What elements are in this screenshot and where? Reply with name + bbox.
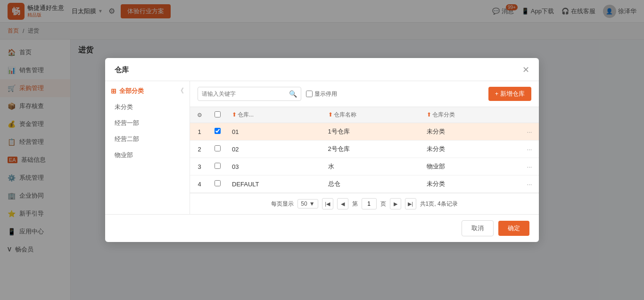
row-actions[interactable]: ··· xyxy=(520,123,539,141)
table-row[interactable]: 2 02 2号仓库 未分类 ··· xyxy=(190,141,539,158)
modal-title: 仓库 xyxy=(115,66,129,75)
row-name: 2号仓库 xyxy=(322,141,421,158)
category-item-dept1[interactable]: 经营一部 xyxy=(105,115,190,131)
modal-overlay: 仓库 ✕ ⊞ 全部分类 《 未分类 经营一部 经营二部 物业部 xyxy=(0,0,644,300)
row-category: 物业部 xyxy=(421,158,520,175)
per-page-arrow-icon: ▼ xyxy=(309,200,315,207)
show-disabled-checkbox[interactable] xyxy=(306,91,313,97)
category-item-unclassified[interactable]: 未分类 xyxy=(105,99,190,115)
col-category: ⬆仓库分类 xyxy=(421,107,520,123)
search-box[interactable]: 🔍 xyxy=(198,87,301,101)
sort-icon3: ⬆ xyxy=(427,111,431,118)
category-header: ⊞ 全部分类 《 xyxy=(105,87,190,99)
row-index: 3 xyxy=(190,158,209,175)
warehouse-table: ⚙ ⬆仓库... ⬆仓库名称 ⬆仓库分类 1 01 1号仓库 未分类 ··· xyxy=(190,107,539,193)
row-name: 1号仓库 xyxy=(322,123,421,141)
category-panel: ⊞ 全部分类 《 未分类 经营一部 经营二部 物业部 xyxy=(105,81,190,214)
prev-page-button[interactable]: ◀ xyxy=(337,198,348,209)
grid-icon: ⊞ xyxy=(111,87,116,95)
content-toolbar: 🔍 显示停用 + 新增仓库 xyxy=(190,81,539,107)
row-index: 2 xyxy=(190,141,209,158)
category-item-property[interactable]: 物业部 xyxy=(105,147,190,163)
collapse-icon[interactable]: 《 xyxy=(177,87,184,95)
more-actions-icon[interactable]: ··· xyxy=(527,163,532,170)
row-checkbox[interactable] xyxy=(209,141,226,158)
table-row[interactable]: 4 DEFAULT 总仓 未分类 ··· xyxy=(190,175,539,193)
pagination: 每页显示 50 ▼ |◀ ◀ 第 页 ▶ ▶| 共1页, 4条记录 xyxy=(190,193,539,214)
row-select-checkbox[interactable] xyxy=(215,163,221,169)
row-code: 03 xyxy=(226,158,322,175)
row-index: 1 xyxy=(190,123,209,141)
col-name: ⬆仓库名称 xyxy=(322,107,421,123)
row-category: 未分类 xyxy=(421,141,520,158)
first-page-button[interactable]: |◀ xyxy=(322,198,333,209)
sort-icon2: ⬆ xyxy=(328,111,333,118)
show-disabled-text: 显示停用 xyxy=(314,90,337,98)
row-actions[interactable]: ··· xyxy=(520,141,539,158)
row-index: 4 xyxy=(190,175,209,193)
search-input[interactable] xyxy=(202,91,289,97)
more-actions-icon[interactable]: ··· xyxy=(527,181,532,188)
total-records: 共1页, 4条记录 xyxy=(420,200,458,208)
page-input[interactable] xyxy=(362,198,377,209)
row-checkbox[interactable] xyxy=(209,158,226,175)
modal-close-button[interactable]: ✕ xyxy=(522,65,529,75)
content-panel: 🔍 显示停用 + 新增仓库 ⚙ xyxy=(190,81,539,214)
search-icon[interactable]: 🔍 xyxy=(289,90,297,98)
per-page-label: 每页显示 xyxy=(271,200,294,208)
col-code: ⬆仓库... xyxy=(226,107,322,123)
row-actions[interactable]: ··· xyxy=(520,175,539,193)
per-page-select[interactable]: 50 ▼ xyxy=(297,199,318,208)
category-all-label: 全部分类 xyxy=(119,87,144,95)
row-select-checkbox[interactable] xyxy=(215,180,221,186)
row-category: 未分类 xyxy=(421,175,520,193)
row-select-checkbox[interactable] xyxy=(215,128,221,134)
row-code: 01 xyxy=(226,123,322,141)
next-page-button[interactable]: ▶ xyxy=(390,198,401,209)
row-checkbox[interactable] xyxy=(209,175,226,193)
row-actions[interactable]: ··· xyxy=(520,158,539,175)
more-actions-icon[interactable]: ··· xyxy=(527,146,532,153)
col-actions xyxy=(520,107,539,123)
page-suffix: 页 xyxy=(380,200,386,208)
table-row[interactable]: 3 03 水 物业部 ··· xyxy=(190,158,539,175)
warehouse-modal: 仓库 ✕ ⊞ 全部分类 《 未分类 经营一部 经营二部 物业部 xyxy=(105,58,539,242)
page-label: 第 xyxy=(352,200,358,208)
row-select-checkbox[interactable] xyxy=(215,145,221,151)
col-settings: ⚙ xyxy=(190,107,209,123)
table-row[interactable]: 1 01 1号仓库 未分类 ··· xyxy=(190,123,539,141)
per-page-value: 50 xyxy=(301,200,307,207)
cancel-button[interactable]: 取消 xyxy=(462,220,494,236)
category-item-dept2[interactable]: 经营二部 xyxy=(105,131,190,147)
col-checkbox xyxy=(209,107,226,123)
row-name: 总仓 xyxy=(322,175,421,193)
row-category: 未分类 xyxy=(421,123,520,141)
confirm-button[interactable]: 确定 xyxy=(498,221,529,236)
row-name: 水 xyxy=(322,158,421,175)
category-all-item[interactable]: ⊞ 全部分类 xyxy=(111,87,144,95)
modal-body: ⊞ 全部分类 《 未分类 经营一部 经营二部 物业部 🔍 xyxy=(105,81,539,214)
row-checkbox[interactable] xyxy=(209,123,226,141)
last-page-button[interactable]: ▶| xyxy=(405,198,416,209)
modal-header: 仓库 ✕ xyxy=(105,58,539,81)
row-code: DEFAULT xyxy=(226,175,322,193)
modal-footer: 取消 确定 xyxy=(105,214,539,242)
add-warehouse-button[interactable]: + 新增仓库 xyxy=(488,87,531,101)
show-disabled-label[interactable]: 显示停用 xyxy=(306,90,337,98)
sort-icon: ⬆ xyxy=(232,111,237,118)
more-actions-icon[interactable]: ··· xyxy=(527,128,532,135)
row-code: 02 xyxy=(226,141,322,158)
select-all-checkbox[interactable] xyxy=(215,111,221,117)
